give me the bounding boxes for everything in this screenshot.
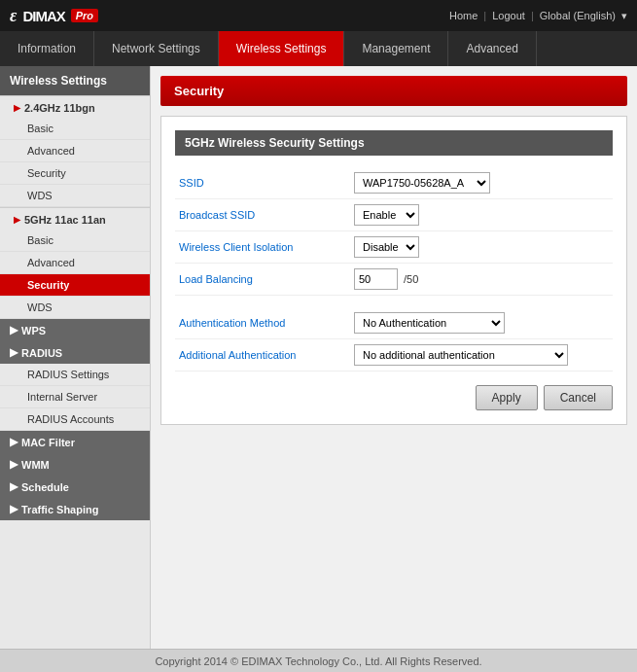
select-broadcast-ssid[interactable]: Enable Disable (354, 204, 419, 226)
logo-dimax: DIMAX (22, 8, 64, 24)
control-additional-auth: No additional authentication (354, 344, 568, 366)
chevron-wmm-icon: ▶ (10, 458, 18, 471)
select-ssid[interactable]: WAP1750-05628A_A (354, 172, 490, 194)
page-body: Wireless Settings ▶ 2.4GHz 11bgn Basic A… (0, 66, 637, 649)
chevron-wps-icon: ▶ (10, 324, 18, 336)
logout-link[interactable]: Logout (492, 10, 525, 21)
select-client-isolation[interactable]: Disable Enable (354, 236, 419, 258)
sidebar-mac-label: MAC Filter (21, 437, 75, 448)
form-row-ssid: SSID WAP1750-05628A_A (175, 167, 613, 199)
sidebar-item-mac-filter[interactable]: ▶ MAC Filter (0, 431, 150, 453)
chevron-mac-icon: ▶ (10, 436, 18, 448)
nav-network-settings[interactable]: Network Settings (94, 31, 219, 66)
label-client-isolation: Wireless Client Isolation (179, 241, 354, 253)
control-broadcast-ssid: Enable Disable (354, 204, 419, 226)
sidebar-group-5ghz-label: 5GHz 11ac 11an (24, 214, 106, 226)
main-content: Security 5GHz Wireless Security Settings… (151, 66, 637, 649)
chevron-schedule-icon: ▶ (10, 480, 18, 493)
nav-management[interactable]: Management (344, 31, 448, 66)
sidebar-schedule-label: Schedule (21, 481, 69, 493)
sidebar-group-24ghz-label: 2.4GHz 11bgn (24, 102, 95, 114)
footer: Copyright 2014 © EDIMAX Technology Co., … (0, 649, 637, 672)
label-broadcast-ssid: Broadcast SSID (179, 209, 354, 221)
control-load-balancing: /50 (354, 268, 418, 290)
sidebar-item-internal-server[interactable]: Internal Server (0, 386, 150, 408)
control-client-isolation: Disable Enable (354, 236, 419, 258)
sidebar-item-5-advanced[interactable]: Advanced (0, 252, 150, 274)
sidebar-item-5-basic[interactable]: Basic (0, 230, 150, 252)
sidebar-wmm-label: WMM (21, 459, 50, 471)
logo-pro-badge: Pro (71, 9, 98, 22)
sidebar-item-radius-accounts[interactable]: RADIUS Accounts (0, 408, 150, 431)
content-box: 5GHz Wireless Security Settings SSID WAP… (160, 116, 627, 425)
label-ssid: SSID (179, 177, 354, 189)
select-auth-method[interactable]: No Authentication WPA2 WPA/WPA2 (354, 312, 505, 334)
form-row-load-balancing: Load Balancing /50 (175, 264, 613, 296)
language-selector[interactable]: Global (English) (540, 10, 616, 21)
sidebar-item-wps[interactable]: ▶ WPS (0, 319, 150, 341)
sidebar-item-radius[interactable]: ▶ RADIUS (0, 341, 150, 364)
main-nav: Information Network Settings Wireless Se… (0, 31, 637, 66)
section-title: Security (160, 76, 627, 106)
home-link[interactable]: Home (449, 10, 478, 21)
sidebar-item-5-wds[interactable]: WDS (0, 297, 150, 319)
sidebar-wps-label: WPS (21, 325, 46, 336)
label-auth-method: Authentication Method (179, 317, 354, 329)
load-balancing-slash: /50 (402, 273, 418, 285)
chevron-5ghz-icon: ▶ (14, 215, 20, 225)
nav-information[interactable]: Information (0, 31, 94, 66)
nav-wireless-settings[interactable]: Wireless Settings (219, 31, 345, 66)
form-row-client-isolation: Wireless Client Isolation Disable Enable (175, 231, 613, 264)
sidebar-group-5ghz[interactable]: ▶ 5GHz 11ac 11an (0, 207, 150, 230)
logo-e-letter: ε (10, 6, 17, 26)
footer-text: Copyright 2014 © EDIMAX Technology Co., … (155, 655, 481, 667)
content-box-title: 5GHz Wireless Security Settings (175, 130, 613, 156)
sidebar-group-24ghz[interactable]: ▶ 2.4GHz 11bgn (0, 95, 150, 118)
sidebar-title: Wireless Settings (0, 66, 150, 95)
chevron-traffic-icon: ▶ (10, 503, 18, 515)
header: ε DIMAX Pro Home | Logout | Global (Engl… (0, 0, 637, 31)
label-additional-auth: Additional Authentication (179, 349, 354, 361)
chevron-icon: ▶ (14, 103, 20, 113)
label-load-balancing: Load Balancing (179, 273, 354, 285)
nav-advanced[interactable]: Advanced (448, 31, 536, 66)
form-row-broadcast-ssid: Broadcast SSID Enable Disable (175, 199, 613, 231)
sidebar-item-5-security[interactable]: Security (0, 274, 150, 297)
control-ssid: WAP1750-05628A_A (354, 172, 490, 194)
language-arrow: ▾ (621, 10, 627, 22)
sidebar-item-24-security[interactable]: Security (0, 162, 150, 185)
sidebar-traffic-label: Traffic Shaping (21, 504, 98, 515)
sidebar-item-schedule[interactable]: ▶ Schedule (0, 476, 150, 498)
header-links: Home | Logout | Global (English) ▾ (449, 10, 627, 22)
spacer (175, 296, 613, 307)
apply-button[interactable]: Apply (476, 385, 538, 410)
sidebar: Wireless Settings ▶ 2.4GHz 11bgn Basic A… (0, 66, 151, 649)
chevron-radius-icon: ▶ (10, 346, 18, 359)
sidebar-item-24-advanced[interactable]: Advanced (0, 140, 150, 162)
logo: ε DIMAX Pro (10, 6, 98, 26)
sidebar-item-24-wds[interactable]: WDS (0, 185, 150, 207)
select-additional-auth[interactable]: No additional authentication (354, 344, 568, 366)
sidebar-item-wmm[interactable]: ▶ WMM (0, 453, 150, 476)
sidebar-item-24-basic[interactable]: Basic (0, 118, 150, 140)
cancel-button[interactable]: Cancel (544, 385, 613, 410)
input-load-balancing[interactable] (354, 268, 398, 290)
form-row-additional-auth: Additional Authentication No additional … (175, 339, 613, 371)
sidebar-item-radius-settings[interactable]: RADIUS Settings (0, 364, 150, 386)
sidebar-item-traffic-shaping[interactable]: ▶ Traffic Shaping (0, 498, 150, 520)
form-row-auth-method: Authentication Method No Authentication … (175, 307, 613, 339)
form-buttons: Apply Cancel (175, 385, 613, 410)
control-auth-method: No Authentication WPA2 WPA/WPA2 (354, 312, 505, 334)
sidebar-radius-label: RADIUS (21, 347, 62, 359)
